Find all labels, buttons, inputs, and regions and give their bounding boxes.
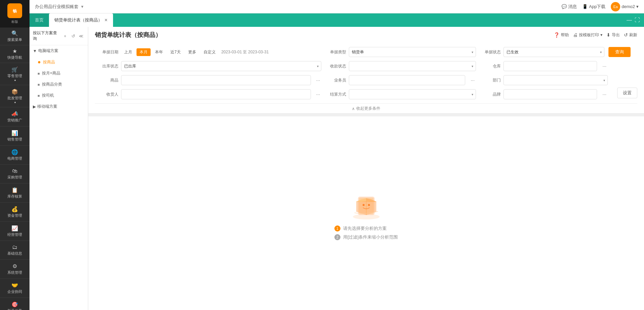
warehouse-input[interactable] xyxy=(503,61,597,71)
messages-btn[interactable]: 💬 消息 xyxy=(561,4,577,10)
print-btn[interactable]: 🖨 按模板打印 ▾ xyxy=(573,32,602,38)
sidebar-item-label: 电商管理 xyxy=(7,156,22,161)
scheme-group-mobile: ▶ 移动端方案 xyxy=(30,101,88,112)
date-year-btn[interactable]: 本年 xyxy=(152,48,166,56)
sidebar-item-ecommerce[interactable]: 🌐 电商管理 xyxy=(0,146,30,165)
sidebar-item-system[interactable]: ⚙ 系统管理 xyxy=(0,260,30,279)
help-icon: ❓ xyxy=(554,32,559,38)
product-input[interactable] xyxy=(121,75,311,85)
product-label: 商品 xyxy=(102,78,118,83)
sidebar-item-sales[interactable]: 📊 销售管理 xyxy=(0,126,30,146)
system-icon: ⚙ xyxy=(12,263,17,269)
scheme-item-label: 按商品分类 xyxy=(42,82,62,87)
sidebar-item-enterprise[interactable]: 🤝 企业协同 xyxy=(0,279,30,298)
left-panel-actions: + ↺ ≪ xyxy=(62,33,85,39)
filter-payment-method: 结算方式 xyxy=(329,89,476,99)
minimize-btn[interactable]: — xyxy=(627,17,632,23)
sidebar-item-label: 基础信息 xyxy=(7,251,22,256)
sidebar-item-label: 营销推广 xyxy=(7,118,22,123)
sidebar-item-basic[interactable]: 🗂 基础信息 xyxy=(0,241,30,260)
date-week-btn[interactable]: 近7天 xyxy=(167,48,184,56)
query-button[interactable]: 查询 xyxy=(608,47,631,57)
brand-dots[interactable]: ··· xyxy=(601,92,608,97)
refresh-btn[interactable]: ↺ 刷新 xyxy=(624,32,637,38)
sidebar-item-label: 资金管理 xyxy=(7,213,22,218)
receiver-dots[interactable]: ··· xyxy=(315,92,322,97)
scheme-item-by-product[interactable]: ● 按商品 xyxy=(30,56,88,68)
date-prev-btn[interactable]: 上月 xyxy=(121,48,135,56)
add-scheme-btn[interactable]: + xyxy=(62,33,68,39)
out-status-select[interactable]: 已出库 xyxy=(121,61,321,71)
print-label: 按模板打印 xyxy=(579,32,599,38)
scheme-item-label: 按月+商品 xyxy=(42,70,60,76)
tab-home[interactable]: 首页 xyxy=(30,13,49,27)
help-btn[interactable]: ❓ 帮助 xyxy=(554,32,569,38)
scheme-group-desktop-label: 电脑端方案 xyxy=(38,48,58,54)
page-title-row: 销货单统计表（按商品） ❓ 帮助 🖨 按模板打印 ▾ ⬇ xyxy=(95,31,637,39)
payment-method-select[interactable] xyxy=(349,89,476,99)
brand-input[interactable] xyxy=(503,89,597,99)
scheme-icon: ■ xyxy=(38,71,40,75)
date-custom-btn[interactable]: 自定义 xyxy=(201,48,219,56)
refresh-icon: ↺ xyxy=(624,32,628,38)
user-menu[interactable]: Ea demo2 ▾ xyxy=(611,2,639,11)
receiver-input[interactable] xyxy=(121,89,311,99)
refresh-scheme-btn[interactable]: ↺ xyxy=(70,33,76,39)
sidebar-item-operation[interactable]: 📈 经营管理 xyxy=(0,222,30,241)
export-icon: ⬇ xyxy=(606,32,610,38)
search-icon: 🔍 xyxy=(11,30,18,37)
page-title: 销货单统计表（按商品） xyxy=(95,31,161,39)
sidebar-item-retail[interactable]: 🛒 零售管理 ▲ xyxy=(0,63,30,85)
filter-date: 单据日期 上月 本月 本年 近7天 更多 自定义 20 xyxy=(102,48,321,56)
scheme-item-label: 按商品 xyxy=(43,59,55,65)
sidebar-item-search[interactable]: 🔍 搜索菜单 xyxy=(0,28,30,45)
sidebar-item-label: 采购管理 xyxy=(7,175,22,180)
filter-warehouse: 仓库 ··· xyxy=(484,61,631,71)
salesperson-input[interactable] xyxy=(349,75,465,85)
industry-dropdown-icon[interactable]: ▾ xyxy=(81,4,84,9)
ecommerce-icon: 🌐 xyxy=(11,149,18,155)
payment-status-select[interactable] xyxy=(349,61,476,71)
scheme-group-desktop-header[interactable]: ▼ 电脑端方案 xyxy=(30,45,88,56)
collapse-label: 收起更多条件 xyxy=(356,106,380,111)
product-dots[interactable]: ··· xyxy=(315,78,322,83)
refresh-label: 刷新 xyxy=(629,32,637,38)
app-download-btn[interactable]: 📱 App下载 xyxy=(582,4,605,10)
salesperson-dots[interactable]: ··· xyxy=(469,78,476,83)
retail-icon: 🛒 xyxy=(11,66,18,73)
sidebar-item-purchase[interactable]: 🛍 采购管理 xyxy=(0,165,30,184)
collapse-panel-btn[interactable]: ≪ xyxy=(78,33,85,39)
department-select[interactable] xyxy=(503,75,608,85)
export-btn[interactable]: ⬇ 导出 xyxy=(606,32,620,38)
filter-receiver: 收货人 ··· xyxy=(102,89,321,99)
sidebar-item-newguide[interactable]: 🎯 新手引导 xyxy=(0,298,30,310)
brand-label: 品牌 xyxy=(484,92,501,97)
scheme-group-mobile-header[interactable]: ▶ 移动端方案 xyxy=(30,101,88,112)
sidebar-item-marketing[interactable]: 📣 营销推广 xyxy=(0,107,30,126)
department-select-wrapper xyxy=(503,75,608,85)
date-more-btn[interactable]: 更多 xyxy=(185,48,199,56)
tab-sales-report[interactable]: 销货单统计表（按商品） ✕ xyxy=(49,13,113,27)
warehouse-dots[interactable]: ··· xyxy=(601,63,608,69)
doc-status-select[interactable]: 已生效 xyxy=(503,47,604,57)
tab-close-icon[interactable]: ✕ xyxy=(104,18,108,22)
date-current-btn[interactable]: 本月 xyxy=(137,48,151,56)
salesperson-input-wrapper xyxy=(349,75,465,85)
doc-type-select[interactable]: 销货单 xyxy=(349,47,476,57)
sidebar-item-quicknav[interactable]: ★ 快捷导航 xyxy=(0,45,30,63)
page-actions: ❓ 帮助 🖨 按模板打印 ▾ ⬇ 导出 ↺ xyxy=(554,32,637,38)
sidebar-item-inventory[interactable]: 📋 库存核算 xyxy=(0,184,30,203)
scheme-item-by-cashier[interactable]: ■ 按司机 xyxy=(30,90,88,101)
settings-button[interactable]: 设置 xyxy=(617,88,637,98)
scheme-item-by-category[interactable]: ■ 按商品分类 xyxy=(30,79,88,90)
sidebar-item-finance[interactable]: 💰 资金管理 xyxy=(0,203,30,222)
sidebar-logo: 畅 标版 xyxy=(0,0,30,28)
chevron-right-icon: ▶ xyxy=(33,104,36,109)
sidebar-item-wholesale[interactable]: 📦 批发管理 ▲ xyxy=(0,85,30,107)
collapse-bar[interactable]: ∧ 收起更多条件 xyxy=(95,103,637,113)
scheme-item-by-month-product[interactable]: ■ 按月+商品 xyxy=(30,68,88,79)
svg-text:畅: 畅 xyxy=(13,9,17,13)
hint-item-1: 1 请先选择要分析的方案 xyxy=(334,225,398,231)
filter-row-3: 商品 ··· 业务员 ··· xyxy=(102,75,631,85)
maximize-btn[interactable]: ⛶ xyxy=(635,17,640,23)
